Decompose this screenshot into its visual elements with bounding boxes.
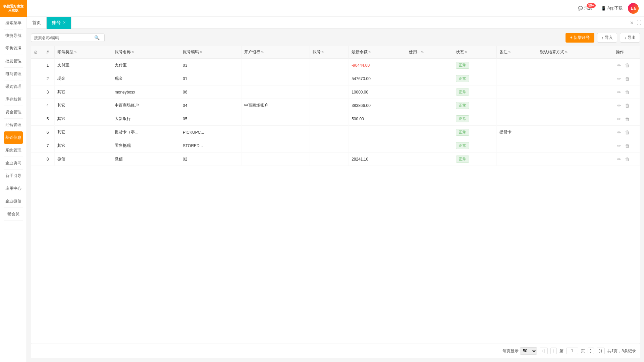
sidebar-item-8[interactable]: 经营管理 <box>4 119 23 131</box>
next-page-button[interactable]: ⟩ <box>588 348 594 354</box>
accounts-table: ⚙ # 账号类型⇅ 账号名称⇅ 账号编码⇅ 开户银行⇅ 账号⇅ 最新余额⇅ 使用… <box>31 46 640 166</box>
row-type: 支付宝 <box>54 59 112 72</box>
delete-button[interactable]: 🗑 <box>624 62 631 69</box>
sidebar-item-1[interactable]: 快捷导航 <box>4 29 23 42</box>
tab-home[interactable]: 首页 <box>27 17 47 29</box>
toolbar: 🔍 + 新增账号 ↑ 导入 ↓ 导出 <box>31 33 640 43</box>
row-status: 正常 <box>453 85 496 99</box>
row-bank <box>241 72 310 85</box>
row-code: STORED... <box>180 139 241 153</box>
table-row: 7 其它 零售抵现 STORED... 正常 ✏ 🗑 <box>31 139 640 153</box>
edit-button[interactable]: ✏ <box>616 156 623 163</box>
content-area: 🔍 + 新增账号 ↑ 导入 ↓ 导出 ⚙ # <box>27 29 644 362</box>
page-size-select[interactable]: 50 100 200 <box>520 347 537 355</box>
sidebar-item-13[interactable]: 应用中心 <box>4 182 23 195</box>
row-account <box>310 153 348 166</box>
edit-button[interactable]: ✏ <box>616 89 623 96</box>
row-usage <box>406 112 453 126</box>
total-label: 共1页，8条记录 <box>607 348 636 354</box>
col-account[interactable]: 账号⇅ <box>310 46 348 59</box>
row-remark <box>496 153 537 166</box>
page-suffix: 页 <box>581 348 585 354</box>
sidebar-item-6[interactable]: 库存核算 <box>4 93 23 106</box>
add-account-button[interactable]: + 新增账号 <box>566 33 594 43</box>
row-type: 其它 <box>54 139 112 153</box>
edit-button[interactable]: ✏ <box>616 142 623 149</box>
delete-button[interactable]: 🗑 <box>624 156 631 163</box>
row-usage <box>406 85 453 99</box>
row-num: 8 <box>41 153 54 166</box>
user-avatar[interactable]: Ea <box>628 3 639 14</box>
edit-button[interactable]: ✏ <box>616 129 623 136</box>
col-bank[interactable]: 开户银行⇅ <box>241 46 310 59</box>
row-actions: ✏ 🗑 <box>613 153 640 166</box>
delete-button[interactable]: 🗑 <box>624 142 631 149</box>
row-default <box>537 99 613 112</box>
col-default[interactable]: 默认结算方式⇅ <box>537 46 613 59</box>
page-number-input[interactable] <box>566 348 578 354</box>
delete-button[interactable]: 🗑 <box>624 75 631 82</box>
col-num: # <box>41 46 54 59</box>
col-code[interactable]: 账号编码⇅ <box>180 46 241 59</box>
first-page-button[interactable]: ⟨⟨ <box>540 348 548 354</box>
edit-button[interactable]: ✏ <box>616 62 623 69</box>
sidebar-item-5[interactable]: 采购管理 <box>4 80 23 93</box>
row-bank <box>241 139 310 153</box>
row-balance: -90444.00 <box>349 59 406 72</box>
status-badge: 正常 <box>456 102 469 109</box>
row-remark <box>496 139 537 153</box>
tab-account-close[interactable]: ✕ <box>63 20 66 25</box>
row-name: 支付宝 <box>112 59 180 72</box>
sidebar-item-4[interactable]: 电商管理 <box>4 68 23 80</box>
col-name[interactable]: 账号名称⇅ <box>112 46 180 59</box>
sidebar-item-7[interactable]: 资金管理 <box>4 106 23 119</box>
delete-button[interactable]: 🗑 <box>624 129 631 136</box>
col-status[interactable]: 状态⇅ <box>453 46 496 59</box>
maximize-window-icon[interactable]: ⛶ <box>637 20 641 25</box>
col-balance[interactable]: 最新余额⇅ <box>349 46 406 59</box>
sidebar-item-10[interactable]: 系统管理 <box>4 144 23 157</box>
sidebar-item-2[interactable]: 零售管理 <box>4 42 23 55</box>
app-label: App下载 <box>607 5 623 11</box>
tab-account[interactable]: 账号 ✕ <box>47 17 71 29</box>
row-settings <box>31 85 41 99</box>
delete-button[interactable]: 🗑 <box>624 116 631 122</box>
row-default <box>537 85 613 99</box>
sidebar-item-0[interactable]: 搜索菜单 <box>4 17 23 29</box>
export-label: 导出 <box>628 35 636 41</box>
row-remark <box>496 72 537 85</box>
last-page-button[interactable]: ⟩⟩ <box>597 348 605 354</box>
edit-button[interactable]: ✏ <box>616 116 623 122</box>
sidebar-item-14[interactable]: 企业微信 <box>4 195 23 208</box>
delete-button[interactable]: 🗑 <box>624 102 631 109</box>
sidebar-item-11[interactable]: 企业协同 <box>4 157 23 170</box>
row-type: 现金 <box>54 72 112 85</box>
search-input[interactable] <box>34 36 94 40</box>
import-button[interactable]: ↑ 导入 <box>597 33 617 43</box>
settings-gear-icon[interactable]: ⚙ <box>34 50 38 55</box>
status-badge: 正常 <box>456 62 469 69</box>
sidebar-item-15[interactable]: 畅会员 <box>4 208 23 221</box>
message-icon: 💬 <box>578 6 583 11</box>
status-badge: 正常 <box>456 156 469 163</box>
delete-button[interactable]: 🗑 <box>624 89 631 96</box>
table-row: 6 其它 提货卡（零... PICKUPC... 正常 提货卡 ✏ 🗑 <box>31 126 640 139</box>
close-window-icon[interactable]: ✕ <box>630 20 634 25</box>
tab-window-controls: ✕ ⛶ <box>630 20 641 25</box>
message-button[interactable]: 💬 消息 99+ <box>578 5 592 11</box>
sidebar-item-3[interactable]: 批发管理 <box>4 55 23 68</box>
row-settings <box>31 99 41 112</box>
row-remark <box>496 85 537 99</box>
col-type[interactable]: 账号类型⇅ <box>54 46 112 59</box>
export-button[interactable]: ↓ 导出 <box>620 33 640 43</box>
edit-button[interactable]: ✏ <box>616 75 623 82</box>
app-download-button[interactable]: 📱 App下载 <box>601 5 623 11</box>
col-remark[interactable]: 备注⇅ <box>496 46 537 59</box>
sidebar-item-12[interactable]: 新手引导 <box>4 170 23 182</box>
top-bar-right: 💬 消息 99+ 📱 App下载 Ea <box>578 3 639 14</box>
prev-page-button[interactable]: ⟨ <box>550 348 557 354</box>
sidebar-item-9[interactable]: 基础信息 <box>4 131 23 144</box>
col-usage[interactable]: 使用...⇅ <box>406 46 453 59</box>
edit-button[interactable]: ✏ <box>616 102 623 109</box>
row-type: 微信 <box>54 153 112 166</box>
